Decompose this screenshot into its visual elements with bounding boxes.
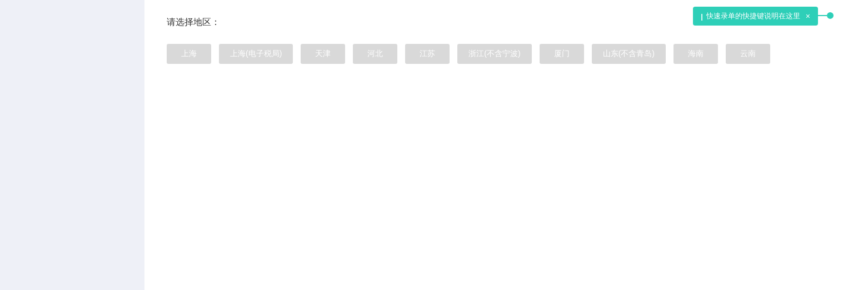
- tooltip-text: 快速录单的快捷键说明在这里: [706, 11, 800, 21]
- region-button-shandong[interactable]: 山东(不含青岛): [592, 44, 666, 64]
- region-button-yunnan[interactable]: 云南: [726, 44, 770, 64]
- tooltip-banner: 快速录单的快捷键说明在这里 ×: [693, 7, 818, 26]
- tooltip-dot: [827, 12, 834, 19]
- region-button-zhejiang[interactable]: 浙江(不含宁波): [457, 44, 531, 64]
- region-button-shanghai[interactable]: 上海: [167, 44, 211, 64]
- main-content: 请选择地区： 上海上海(电子税局)天津河北江苏浙江(不含宁波)厦门山东(不含青岛…: [144, 0, 868, 290]
- region-button-tianjin[interactable]: 天津: [301, 44, 345, 64]
- tooltip-close-button[interactable]: ×: [806, 12, 810, 21]
- region-button-xiamen[interactable]: 厦门: [540, 44, 584, 64]
- region-buttons: 上海上海(电子税局)天津河北江苏浙江(不含宁波)厦门山东(不含青岛)海南云南: [167, 44, 846, 64]
- region-button-hebei[interactable]: 河北: [353, 44, 397, 64]
- tooltip-line: [818, 15, 827, 16]
- region-button-hainan[interactable]: 海南: [674, 44, 718, 64]
- region-button-shanghai-etax[interactable]: 上海(电子税局): [219, 44, 293, 64]
- region-button-jiangsu[interactable]: 江苏: [405, 44, 450, 64]
- sidebar: [0, 0, 144, 290]
